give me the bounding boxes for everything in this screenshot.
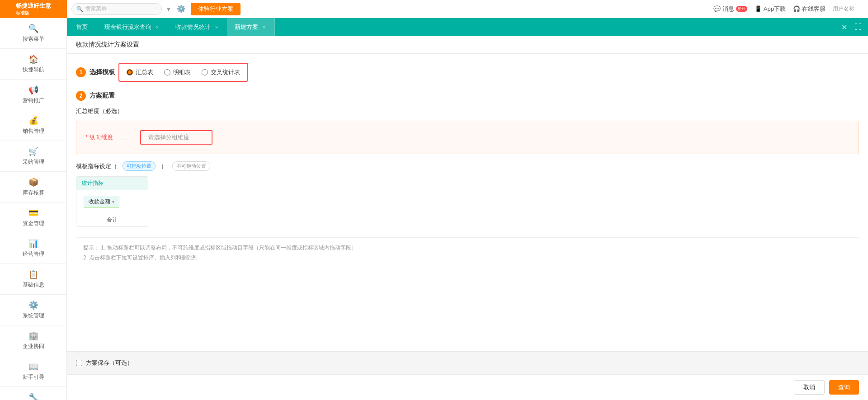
radio-summary[interactable] — [127, 69, 133, 75]
sidebar-item-guide[interactable]: 📖 新手引导 — [0, 356, 66, 387]
logo-text: 畅捷通好生意 — [16, 2, 51, 10]
arrow-icon: —— — [120, 134, 133, 141]
sidebar-item-finance[interactable]: 💳 资金管理 — [0, 202, 66, 233]
enterprise-icon: 🏢 — [28, 331, 38, 341]
logo: 畅捷通好生意 标准版 — [0, 0, 67, 18]
sidebar-label-finance: 资金管理 — [23, 220, 44, 227]
home-icon: 🏠 — [28, 54, 38, 64]
save-option-label: 方案保存（可选） — [86, 359, 133, 367]
dimension-select[interactable]: 请选择分组维度 — [140, 130, 212, 145]
sidebar-label-guide: 新手引导 — [23, 373, 44, 381]
save-checkbox[interactable] — [76, 360, 82, 366]
sidebar-item-inventory[interactable]: 📦 库存核算 — [0, 172, 66, 202]
tab-collection-close[interactable]: × — [213, 24, 220, 30]
option-cross[interactable]: 交叉统计表 — [202, 68, 240, 76]
metrics-title: 模板指标设定（ — [76, 162, 117, 170]
radio-detail[interactable] — [164, 69, 170, 75]
step2-section: 2 方案配置 汇总维度（必选） * 纵向维度 —— 请选择分组维度 — [76, 91, 859, 268]
hardware-icon: 🔧 — [28, 392, 38, 400]
tab-new-plan-label: 新建方案 — [235, 23, 258, 31]
sidebar-label-basic: 基础信息 — [23, 281, 44, 289]
tab-cashflow-label: 现金银行流水查询 — [104, 23, 151, 31]
non-draggable-badge: 不可拖动位置 — [172, 161, 210, 171]
settings-icon[interactable]: ⚙️ — [175, 3, 187, 15]
basic-icon: 📋 — [28, 269, 38, 279]
sidebar-label-sales: 销售管理 — [23, 127, 44, 135]
username: 用户名称 — [833, 5, 854, 13]
option-detail[interactable]: 明细表 — [164, 68, 191, 76]
sidebar-item-marketing[interactable]: 📢 营销推广 — [0, 80, 66, 110]
step1-title: 选择模板 — [90, 68, 115, 76]
tab-cashflow[interactable]: 现金银行流水查询 × — [97, 18, 168, 36]
sidebar-label-search: 搜索菜单 — [23, 35, 44, 43]
trial-button[interactable]: 体验行业方案 — [191, 3, 241, 15]
sidebar-label-home: 快捷导航 — [23, 66, 44, 74]
message-button[interactable]: 💬 消息 99+ — [713, 5, 747, 13]
finance-icon: 💳 — [28, 208, 38, 218]
tab-home[interactable]: 首页 — [67, 18, 97, 36]
option-summary[interactable]: 汇总表 — [127, 68, 153, 76]
tab-bar: 首页 现金银行流水查询 × 收款情况统计 × 新建方案 × ✕ ⛶ — [67, 18, 868, 36]
step2-title: 方案配置 — [90, 92, 115, 100]
tips-area: 提示： 1. 拖动标题栏可以调整布局，不可跨维度或指标区域拖动目字段（只能在同一… — [76, 237, 859, 268]
tab-maximize-icon[interactable]: ⛶ — [853, 21, 863, 33]
user-info[interactable]: 用户名称 — [833, 5, 854, 13]
sidebar-label-inventory: 库存核算 — [23, 189, 44, 197]
tab-cashflow-close[interactable]: × — [154, 24, 160, 30]
inventory-icon: 📦 — [28, 177, 38, 187]
sidebar-label-management: 经营管理 — [23, 250, 44, 258]
template-options: 汇总表 明细表 交叉统计表 — [118, 63, 248, 82]
metrics-section: 模板指标设定（ 可拖动位置 ） 不可拖动位置 统计指标 收款金额 ▾ — [76, 161, 859, 228]
query-button[interactable]: 查询 — [829, 380, 859, 395]
tab-collection[interactable]: 收款情况统计 × — [168, 18, 227, 36]
service-button[interactable]: 🎧 在线客服 — [793, 5, 826, 13]
dimension-area: * 纵向维度 —— 请选择分组维度 — [76, 121, 859, 154]
dropdown-icon[interactable]: ▼ — [165, 5, 172, 13]
step2-circle: 2 — [76, 91, 86, 101]
tab-new-plan-close[interactable]: × — [261, 24, 267, 30]
sidebar-item-hardware[interactable]: 🔧 智能硬件 — [0, 387, 66, 400]
download-icon: 📱 — [755, 5, 762, 12]
sidebar-item-home[interactable]: 🏠 快捷导航 — [0, 49, 66, 80]
tab-collection-label: 收款情况统计 — [175, 23, 211, 31]
dimension-placeholder: 请选择分组维度 — [148, 133, 189, 141]
option-detail-label: 明细表 — [173, 68, 191, 76]
tab-bar-actions: ✕ ⛶ — [840, 18, 868, 36]
search-bar[interactable]: 🔍 搜索菜单 — [71, 3, 162, 15]
message-badge: 99+ — [736, 6, 747, 12]
search-menu-icon: 🔍 — [28, 24, 38, 33]
sidebar-item-management[interactable]: 📊 经营管理 — [0, 233, 66, 264]
tip-prefix: 提示： — [83, 245, 99, 251]
form-body: 1 选择模板 汇总表 明细表 — [67, 54, 868, 351]
chevron-down-icon: ▾ — [112, 199, 114, 204]
footer-bar: 取消 查询 — [67, 374, 868, 400]
dimension-row-label: * 纵向维度 — [85, 133, 113, 141]
page-title-bar: 收款情况统计方案设置 — [67, 36, 868, 54]
sidebar-label-purchase: 采购管理 — [23, 158, 44, 166]
download-label: App下载 — [764, 5, 786, 13]
download-button[interactable]: 📱 App下载 — [755, 5, 786, 13]
sidebar-item-search[interactable]: 🔍 搜索菜单 — [0, 18, 66, 49]
cancel-button[interactable]: 取消 — [794, 380, 825, 395]
metrics-tag-amount-label: 收款金额 — [89, 198, 110, 206]
metrics-tag-amount[interactable]: 收款金额 ▾ — [84, 196, 119, 208]
sidebar-item-enterprise[interactable]: 🏢 企业协同 — [0, 325, 66, 356]
message-label: 消息 — [722, 5, 734, 13]
sidebar-item-purchase[interactable]: 🛒 采购管理 — [0, 141, 66, 172]
metrics-title-end: ） — [161, 162, 167, 170]
sidebar-item-system[interactable]: ⚙️ 系统管理 — [0, 295, 66, 325]
search-placeholder: 搜索菜单 — [85, 5, 107, 13]
sidebar-item-sales[interactable]: 💰 销售管理 — [0, 110, 66, 141]
tab-close-all-icon[interactable]: ✕ — [840, 21, 849, 33]
tab-new-plan[interactable]: 新建方案 × — [227, 18, 275, 36]
tab-home-label: 首页 — [76, 23, 88, 31]
search-icon: 🔍 — [76, 6, 83, 12]
sidebar-item-basic[interactable]: 📋 基础信息 — [0, 264, 66, 295]
service-label: 在线客服 — [802, 5, 826, 13]
guide-icon: 📖 — [28, 362, 38, 372]
tip1: 1. 拖动标题栏可以调整布局，不可跨维度或指标区域拖动目字段（只能在同一维度或指… — [101, 245, 356, 251]
sidebar: 🔍 搜索菜单 🏠 快捷导航 📢 营销推广 💰 销售管理 🛒 采购管理 📦 库存核… — [0, 18, 67, 400]
radio-cross[interactable] — [202, 69, 208, 75]
sidebar-label-enterprise: 企业协同 — [23, 343, 44, 350]
save-option-bar: 方案保存（可选） — [67, 351, 868, 374]
